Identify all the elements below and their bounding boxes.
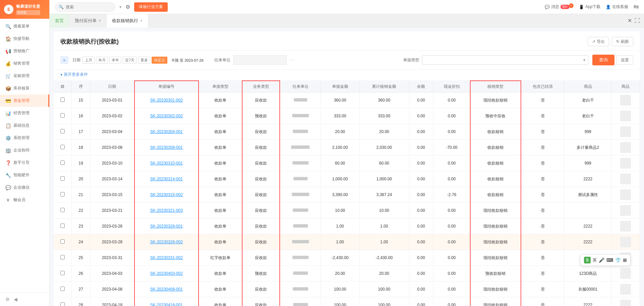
export-button[interactable]: ↗ 导出: [588, 37, 609, 46]
sidebar-item-guide[interactable]: ❓ 新手引导: [0, 157, 49, 169]
cell-checkbox[interactable]: [54, 203, 72, 219]
cell-checkbox[interactable]: [54, 156, 72, 171]
row-checkbox[interactable]: [60, 145, 65, 149]
row-checkbox[interactable]: [60, 208, 65, 212]
cell-checkbox[interactable]: [54, 93, 72, 108]
row-checkbox[interactable]: [60, 224, 65, 228]
cell-cash-discount: -2.76: [433, 187, 470, 203]
cell-checkbox[interactable]: [54, 187, 72, 203]
query-button[interactable]: 查询: [592, 55, 614, 65]
topbar-search-container[interactable]: 🔍: [55, 2, 115, 12]
partner-input[interactable]: [233, 55, 287, 65]
online-service-button[interactable]: 👤 在线客服: [606, 4, 628, 10]
cell-checkbox[interactable]: [54, 124, 72, 140]
refresh-button[interactable]: ↻ 刷新: [612, 37, 633, 46]
cell-balance: 0.00: [409, 282, 433, 297]
cell-checkbox[interactable]: [54, 250, 72, 266]
row-checkbox[interactable]: [60, 192, 65, 196]
row-checkbox[interactable]: [60, 129, 65, 133]
float-mic-icon[interactable]: 🎤: [599, 257, 604, 263]
tab-receipt-close[interactable]: ×: [140, 18, 143, 23]
sidebar-item-quick-nav[interactable]: 🏠 快捷导航: [0, 33, 49, 45]
gear-icon[interactable]: ⚙: [125, 4, 130, 10]
doc-no-link[interactable]: SK-20230321-003: [150, 208, 182, 213]
sidebar-item-system[interactable]: ⚙️ 系统管理: [0, 132, 49, 144]
cell-checkbox[interactable]: [54, 140, 72, 156]
tab-prepay[interactable]: 预付应付单 ×: [69, 14, 107, 27]
sidebar-item-member[interactable]: V 畅会员: [0, 194, 49, 206]
doc-no-link[interactable]: SK-20230302-002: [150, 114, 182, 118]
doc-no-link[interactable]: SK-20230304-001: [150, 129, 182, 134]
row-checkbox[interactable]: [60, 287, 65, 291]
cell-checkbox[interactable]: [54, 282, 72, 297]
doc-no-link[interactable]: SK-20230308-001: [150, 145, 182, 150]
tab-prepay-close[interactable]: ×: [99, 18, 101, 23]
setting-button[interactable]: 设置: [616, 55, 633, 65]
sidebar-item-finance[interactable]: 💳 资金管理: [0, 95, 49, 107]
tab-receipt-exec[interactable]: 收款核销执行 ×: [107, 14, 148, 27]
sidebar-item-search[interactable]: 🔍 搜索菜单: [0, 20, 49, 33]
cell-no: 18: [72, 140, 90, 156]
sidebar-item-marketing[interactable]: 📢 营销推广: [0, 45, 49, 57]
doc-no-link[interactable]: SK-20230310-001: [150, 161, 182, 166]
doc-no-link[interactable]: SK-20230314-001: [150, 177, 182, 181]
row-checkbox[interactable]: [60, 161, 65, 165]
cell-checkbox[interactable]: [54, 266, 72, 282]
row-checkbox[interactable]: [60, 98, 65, 102]
cell-checkbox[interactable]: [54, 219, 72, 234]
cell-checkbox[interactable]: [54, 234, 72, 250]
date-this-year[interactable]: 本年: [109, 57, 121, 64]
doc-no-link[interactable]: SK-20230301-002: [150, 98, 182, 103]
app-download-button[interactable]: 📱 App下载: [579, 4, 600, 10]
sidebar-item-basic[interactable]: 📋 基础信息: [0, 119, 49, 132]
date-7days[interactable]: 近7天: [123, 57, 137, 64]
doc-no-link[interactable]: SK-20230403-002: [150, 271, 182, 276]
cell-checkbox[interactable]: [54, 171, 72, 187]
float-shirt-icon[interactable]: 👕: [615, 257, 621, 263]
row-checkbox[interactable]: [60, 113, 65, 118]
cell-checkbox[interactable]: [54, 108, 72, 124]
solution-button[interactable]: 体验行业方案: [134, 2, 168, 12]
cell-goods: 2222: [565, 171, 611, 187]
float-keyboard-icon[interactable]: ⌨: [606, 257, 613, 263]
row-checkbox[interactable]: [60, 255, 65, 259]
sidebar-item-label: 快捷导航: [13, 36, 30, 42]
sidebar-item-purchase[interactable]: 🛒 采购管理: [0, 70, 49, 82]
user-name[interactable]: Rit: [634, 5, 639, 9]
row-checkbox[interactable]: [60, 302, 65, 306]
settings-icon[interactable]: ⚙: [5, 297, 10, 302]
dropdown-arrow-icon[interactable]: ▾: [119, 5, 121, 9]
doc-no-link[interactable]: SK-20230328-001: [150, 224, 182, 229]
doc-no-link[interactable]: SK-20230315-002: [150, 192, 182, 197]
sidebar-item-corp[interactable]: 🏢 企业协同: [0, 144, 49, 157]
date-custom[interactable]: 自定义: [152, 57, 167, 64]
sidebar-item-inventory[interactable]: 📦 库存核算: [0, 82, 49, 95]
doc-no-link[interactable]: SK-20230408-001: [150, 287, 182, 292]
collapse-icon[interactable]: ◀: [14, 297, 17, 302]
sidebar-item-hardware[interactable]: 🔧 智能硬件: [0, 169, 49, 181]
row-checkbox[interactable]: [60, 271, 65, 275]
doc-no-link[interactable]: SK-20230328-002: [150, 240, 182, 244]
topbar-search-input[interactable]: [66, 5, 106, 9]
doc-no-link[interactable]: SK-20230331-002: [150, 255, 182, 260]
voucher-type-select[interactable]: ▾: [422, 55, 588, 65]
float-grid-icon[interactable]: ⊞: [623, 257, 627, 263]
date-last-month[interactable]: 上月: [83, 57, 95, 64]
row-checkbox[interactable]: [60, 239, 65, 244]
tab-fullscreen-icon[interactable]: ⛶: [635, 18, 640, 24]
sidebar-item-operation[interactable]: 📊 经营管理: [0, 107, 49, 119]
sidebar-item-wechat[interactable]: 💬 企业微信: [0, 181, 49, 194]
doc-no-link[interactable]: SK-20230418-001: [150, 303, 182, 306]
cell-balance: 0.00: [409, 187, 433, 203]
filter-toggle-button[interactable]: »: [60, 56, 68, 64]
tab-home[interactable]: 首页: [50, 14, 69, 27]
message-button[interactable]: 💬 消息 99+ +: [545, 4, 574, 10]
row-checkbox[interactable]: [60, 176, 65, 181]
cell-checkbox[interactable]: [54, 297, 72, 306]
sidebar-item-sales[interactable]: 💰 销售管理: [0, 57, 49, 70]
th-gear[interactable]: ⚙: [54, 81, 72, 93]
date-this-month[interactable]: 本月: [96, 57, 108, 64]
expand-filter-button[interactable]: ▾ 展开更多条件: [60, 72, 633, 77]
date-more[interactable]: 更多: [138, 57, 150, 64]
tab-close-all-icon[interactable]: ✕: [628, 17, 632, 24]
